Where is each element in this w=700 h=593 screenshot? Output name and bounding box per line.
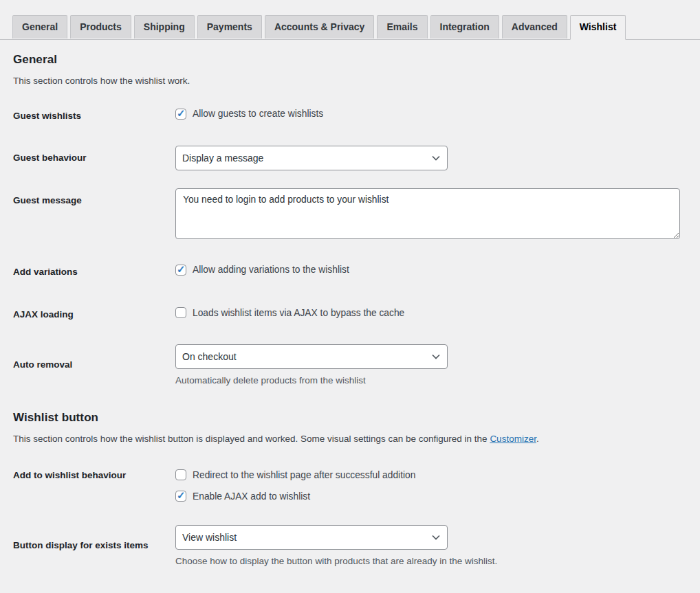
- add-variations-checkbox[interactable]: [175, 265, 186, 276]
- ajax-loading-label: AJAX loading: [13, 307, 175, 321]
- description-text: This section controls how the wishlist b…: [13, 434, 490, 444]
- add-variations-checkbox-label: Allow adding variations to the wishlist: [193, 265, 349, 275]
- button-display-label: Button display for exists items: [13, 525, 175, 566]
- tab-integration[interactable]: Integration: [430, 15, 499, 38]
- guest-behaviour-select-wrap: Display a message: [175, 146, 448, 170]
- auto-removal-select[interactable]: On checkout: [175, 344, 448, 369]
- settings-tab-bar: GeneralProductsShippingPaymentsAccounts …: [0, 15, 700, 40]
- redirect-checkbox-label: Redirect to the wishlist page after succ…: [193, 470, 415, 480]
- row-auto-removal: Auto removal On checkout Automatically d…: [13, 335, 680, 394]
- enable-ajax-checkbox-label: Enable AJAX add to wishlist: [193, 491, 310, 502]
- tab-shipping[interactable]: Shipping: [134, 15, 195, 38]
- guest-wishlists-checkbox[interactable]: [175, 109, 186, 120]
- add-variations-checkbox-row[interactable]: Allow adding variations to the wishlist: [175, 265, 680, 276]
- row-button-display: Button display for exists items View wis…: [13, 516, 680, 575]
- redirect-checkbox[interactable]: [175, 469, 186, 480]
- guest-behaviour-label: Guest behaviour: [13, 146, 175, 170]
- guest-behaviour-select[interactable]: Display a message: [175, 146, 448, 170]
- button-display-select-wrap: View wishlist: [175, 525, 448, 550]
- auto-removal-select-wrap: On checkout: [175, 344, 448, 369]
- tab-emails[interactable]: Emails: [377, 15, 427, 38]
- row-guest-behaviour: Guest behaviour Display a message: [13, 137, 680, 179]
- general-form: Guest wishlists Allow guests to create w…: [13, 94, 680, 395]
- ajax-loading-checkbox-row[interactable]: Loads wishlist items via AJAX to bypass …: [175, 307, 680, 318]
- add-variations-label: Add variations: [13, 265, 175, 278]
- redirect-checkbox-row[interactable]: Redirect to the wishlist page after succ…: [175, 469, 680, 480]
- settings-content: General This section controls how the wi…: [0, 53, 700, 576]
- enable-ajax-checkbox-row[interactable]: Enable AJAX add to wishlist: [175, 491, 680, 502]
- auto-removal-label: Auto removal: [13, 344, 175, 385]
- guest-message-label: Guest message: [13, 188, 175, 241]
- row-guest-wishlists: Guest wishlists Allow guests to create w…: [13, 94, 680, 137]
- button-display-select[interactable]: View wishlist: [175, 525, 448, 550]
- add-to-wishlist-behaviour-label: Add to wishlist behaviour: [13, 469, 175, 502]
- row-ajax-loading: AJAX loading Loads wishlist items via AJ…: [13, 293, 680, 335]
- description-period: .: [536, 434, 539, 444]
- tab-wishlist[interactable]: Wishlist: [570, 15, 626, 40]
- general-section-description: This section controls how the wishlist w…: [13, 76, 680, 86]
- wishlist-button-form: Add to wishlist behaviour Redirect to th…: [13, 455, 680, 575]
- tab-products[interactable]: Products: [70, 15, 131, 38]
- row-guest-message: Guest message You need to login to add p…: [13, 179, 680, 250]
- wishlist-button-section-title: Wishlist button: [13, 411, 680, 425]
- guest-wishlists-checkbox-row[interactable]: Allow guests to create wishlists: [175, 109, 680, 120]
- tab-payments[interactable]: Payments: [197, 15, 262, 38]
- row-add-to-wishlist-behaviour: Add to wishlist behaviour Redirect to th…: [13, 455, 680, 516]
- general-section-title: General: [13, 53, 680, 67]
- wishlist-button-section-description: This section controls how the wishlist b…: [13, 434, 680, 444]
- guest-wishlists-checkbox-label: Allow guests to create wishlists: [193, 109, 323, 119]
- ajax-loading-checkbox[interactable]: [175, 307, 186, 318]
- tab-accounts-privacy[interactable]: Accounts & Privacy: [265, 15, 375, 38]
- tab-advanced[interactable]: Advanced: [502, 15, 567, 38]
- tab-general[interactable]: General: [12, 15, 67, 38]
- auto-removal-description: Automatically delete products from the w…: [175, 375, 680, 385]
- button-display-description: Choose how to display the button with pr…: [175, 556, 680, 566]
- row-add-variations: Add variations Allow adding variations t…: [13, 250, 680, 293]
- guest-wishlists-label: Guest wishlists: [13, 109, 175, 122]
- enable-ajax-checkbox[interactable]: [175, 491, 186, 502]
- ajax-loading-checkbox-label: Loads wishlist items via AJAX to bypass …: [193, 308, 404, 318]
- guest-message-textarea[interactable]: You need to login to add products to you…: [175, 188, 680, 239]
- customizer-link[interactable]: Customizer: [490, 434, 536, 444]
